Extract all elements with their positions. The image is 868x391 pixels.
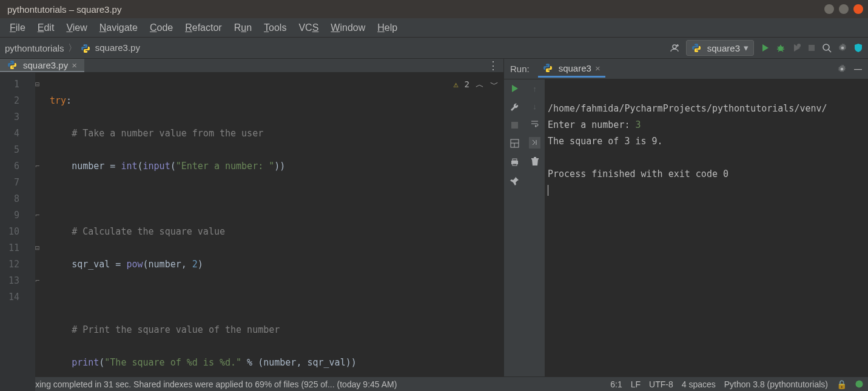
chevron-right-icon: 〉 — [68, 42, 77, 54]
settings-icon[interactable] — [838, 43, 847, 53]
chevron-up-icon[interactable]: ︿ — [476, 76, 484, 93]
svg-point-3 — [797, 44, 801, 47]
rerun-icon[interactable] — [510, 84, 519, 93]
menu-tools[interactable]: Tools — [259, 20, 291, 36]
cursor-position[interactable]: 6:1 — [610, 379, 622, 389]
menu-run[interactable]: Run — [229, 20, 257, 36]
minimize-button[interactable] — [824, 4, 834, 14]
close-tab-icon[interactable]: × — [595, 63, 601, 73]
python-file-icon — [7, 60, 17, 70]
ide-shield-icon[interactable] — [853, 43, 863, 53]
file-encoding[interactable]: UTF-8 — [649, 379, 673, 389]
svg-rect-8 — [511, 122, 518, 129]
python-icon — [691, 43, 701, 53]
scroll-to-end-icon[interactable] — [529, 137, 540, 149]
python-icon — [543, 63, 553, 73]
trash-icon[interactable] — [531, 157, 539, 166]
gear-icon[interactable] — [837, 64, 847, 74]
code-area[interactable]: try: # Take a number value from the user… — [35, 73, 503, 391]
inspection-widget[interactable]: ⚠ 2 ︿ ﹀ — [453, 76, 499, 93]
add-config-icon[interactable] — [669, 42, 680, 53]
search-icon[interactable] — [822, 43, 832, 53]
run-title: Run: — [510, 64, 530, 74]
run-config-selector[interactable]: square3 ▾ — [686, 40, 754, 56]
main-menu: File Edit View Navigate Code Refactor Ru… — [0, 18, 868, 38]
close-button[interactable] — [853, 4, 863, 14]
console-output[interactable]: /home/fahmida/PycharmProjects/pythontuto… — [545, 79, 868, 376]
svg-rect-12 — [513, 164, 517, 165]
svg-point-1 — [86, 52, 87, 52]
window-titlebar: pythontutorials – square3.py — [0, 0, 868, 18]
run-tool-window: Run: square3 × — — [503, 59, 868, 376]
line-gutter: 1 2 3 4 5 6 7 8 9 10 11 12 13 14 — [0, 73, 35, 391]
svg-rect-11 — [513, 159, 517, 161]
menu-window[interactable]: Window — [326, 20, 370, 36]
toolbar-right: square3 ▾ — [669, 40, 863, 56]
down-icon[interactable]: ↓ — [533, 102, 537, 111]
run-body: ↑ ↓ /home/fahmida/PycharmProjects/python… — [504, 79, 868, 376]
content-area: square3.py × ⋮ 1 2 3 4 5 6 7 8 9 10 11 1… — [0, 59, 868, 376]
svg-point-5 — [823, 44, 829, 50]
menu-view[interactable]: View — [61, 20, 92, 36]
run-tabs: Run: square3 × — — [504, 59, 868, 79]
svg-point-0 — [83, 45, 84, 45]
python-file-icon — [81, 44, 90, 53]
run-button[interactable] — [760, 43, 770, 53]
print-icon[interactable] — [510, 158, 519, 167]
breadcrumb-file[interactable]: square3.py — [81, 42, 140, 53]
status-indicator-icon[interactable] — [855, 380, 863, 388]
menu-refactor[interactable]: Refactor — [180, 20, 226, 36]
breadcrumb-project[interactable]: pythontutorials — [5, 43, 64, 53]
menu-code[interactable]: Code — [145, 20, 178, 36]
window-controls — [824, 4, 863, 14]
line-separator[interactable]: LF — [631, 379, 641, 389]
editor-more-icon[interactable]: ⋮ — [488, 59, 499, 72]
close-tab-icon[interactable]: × — [72, 60, 77, 70]
editor-body: 1 2 3 4 5 6 7 8 9 10 11 12 13 14 ⊟ ⌐ ⌐ ⊟… — [0, 73, 503, 391]
stop-button[interactable] — [807, 44, 816, 52]
menu-help[interactable]: Help — [372, 20, 402, 36]
chevron-down-icon[interactable]: ﹀ — [490, 76, 499, 93]
menu-navigate[interactable]: Navigate — [95, 20, 143, 36]
run-tab-square3[interactable]: square3 × — [538, 61, 605, 78]
editor-tab-square3[interactable]: square3.py × — [0, 59, 84, 72]
editor-tabs: square3.py × ⋮ — [0, 59, 503, 73]
up-icon[interactable]: ↑ — [533, 84, 537, 93]
stop-icon[interactable] — [511, 121, 519, 129]
warning-icon: ⚠ — [453, 76, 458, 93]
indent-setting[interactable]: 4 spaces — [682, 379, 716, 389]
menu-vcs[interactable]: VCS — [294, 20, 323, 36]
soft-wrap-icon[interactable] — [530, 119, 539, 129]
hide-panel-icon[interactable]: — — [854, 64, 862, 73]
lock-icon[interactable]: 🔒 — [836, 379, 847, 389]
nav-toolbar: pythontutorials 〉 square3.py square3 ▾ — [0, 38, 868, 59]
python-interpreter[interactable]: Python 3.8 (pythontutorials) — [724, 379, 828, 389]
debug-button[interactable] — [776, 43, 786, 53]
run-toolbar-secondary: ↑ ↓ — [525, 79, 545, 376]
layout-icon[interactable] — [510, 139, 519, 148]
menu-edit[interactable]: Edit — [33, 20, 59, 36]
pin-icon[interactable] — [510, 176, 519, 185]
window-title: pythontutorials – square3.py — [5, 4, 121, 15]
svg-rect-4 — [809, 45, 815, 51]
svg-point-15 — [856, 381, 863, 388]
chevron-down-icon: ▾ — [744, 42, 749, 53]
editor-panel: square3.py × ⋮ 1 2 3 4 5 6 7 8 9 10 11 1… — [0, 59, 503, 376]
maximize-button[interactable] — [839, 4, 849, 14]
menu-file[interactable]: File — [5, 20, 30, 36]
breadcrumb: pythontutorials 〉 square3.py — [5, 42, 140, 54]
coverage-button[interactable] — [792, 43, 801, 53]
wrench-icon[interactable] — [510, 102, 519, 112]
run-toolbar-primary — [504, 79, 525, 376]
